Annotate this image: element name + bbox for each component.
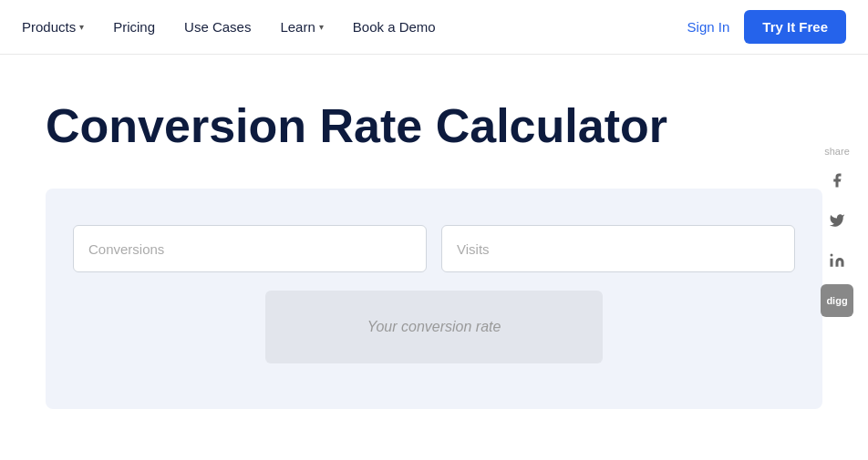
nav-left: Products ▾ Pricing Use Cases Learn ▾ Boo… [22, 19, 687, 35]
chevron-down-icon: ▾ [79, 22, 84, 32]
nav-label-use-cases: Use Cases [184, 19, 251, 35]
navbar: Products ▾ Pricing Use Cases Learn ▾ Boo… [0, 0, 868, 55]
nav-item-use-cases[interactable]: Use Cases [184, 19, 251, 35]
page-title: Conversion Rate Calculator [46, 100, 822, 152]
calculator-inputs [73, 225, 795, 272]
try-free-button[interactable]: Try It Free [744, 10, 846, 44]
nav-item-learn[interactable]: Learn ▾ [280, 19, 323, 35]
conversion-rate-result: Your conversion rate [265, 291, 603, 363]
svg-point-0 [831, 254, 833, 257]
twitter-icon[interactable] [821, 204, 853, 237]
nav-label-book-demo: Book a Demo [353, 19, 436, 35]
nav-label-products: Products [22, 19, 76, 35]
nav-label-learn: Learn [280, 19, 315, 35]
nav-item-pricing[interactable]: Pricing [113, 19, 155, 35]
conversions-input[interactable] [73, 225, 427, 272]
share-sidebar: share digg [821, 146, 853, 317]
share-label: share [824, 146, 850, 157]
result-placeholder-text: Your conversion rate [367, 319, 501, 335]
main-content: Conversion Rate Calculator Your conversi… [24, 55, 844, 445]
linkedin-icon[interactable] [821, 244, 853, 277]
calculator-card: Your conversion rate [46, 189, 822, 409]
visits-input[interactable] [441, 225, 795, 272]
sign-in-link[interactable]: Sign In [687, 19, 730, 35]
chevron-down-icon-learn: ▾ [319, 22, 324, 32]
nav-item-book-demo[interactable]: Book a Demo [353, 19, 436, 35]
nav-label-pricing: Pricing [113, 19, 155, 35]
nav-right: Sign In Try It Free [687, 10, 846, 44]
digg-icon[interactable]: digg [821, 284, 853, 317]
facebook-icon[interactable] [821, 164, 853, 197]
nav-item-products[interactable]: Products ▾ [22, 19, 84, 35]
